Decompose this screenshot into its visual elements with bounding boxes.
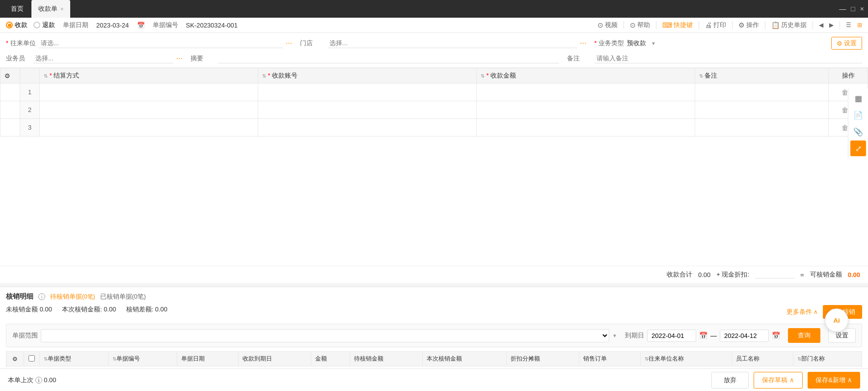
cell-amount-3[interactable] <box>476 119 695 137</box>
counterpart-input[interactable] <box>39 38 283 48</box>
business-type-chevron[interactable]: ▼ <box>651 41 656 46</box>
more-conditions-btn[interactable]: 更多条件 ∧ <box>787 307 818 316</box>
grid-view-btn[interactable]: ⊞ <box>857 22 862 28</box>
salesperson-field: 业务员 ··· <box>6 54 183 63</box>
sidebar-table-icon[interactable]: ▦ <box>850 90 866 106</box>
nav-tab-home[interactable]: 首页 <box>4 0 30 18</box>
range-chevron[interactable]: ▼ <box>612 333 617 338</box>
receipt-table: ⚙ ⇅ 结算方式 ⇅ 收款账号 ⇅ 收款金额 <box>0 68 868 137</box>
range-filter: 单据范围 ▼ <box>12 329 617 342</box>
verification-info-icon[interactable]: i <box>38 293 45 300</box>
toolbar-actions: ⊙ 视频 ⊙ 帮助 ⌨ 快捷键 🖨 打印 <box>597 21 862 29</box>
range-select[interactable] <box>41 329 609 342</box>
cal-from-icon[interactable]: 📅 <box>699 332 707 339</box>
cell-amount-1[interactable] <box>476 84 695 101</box>
store-more-icon[interactable]: ··· <box>580 39 586 48</box>
prev-btn[interactable]: ◀ <box>819 22 823 28</box>
salesperson-more-icon[interactable]: ··· <box>176 54 183 63</box>
col-amount: ⇅ 收款金额 <box>476 68 695 84</box>
store-input[interactable] <box>327 38 577 48</box>
available-value: 0.00 <box>848 271 860 279</box>
date-label: 单据日期 <box>63 21 88 29</box>
save-new-chevron-icon: ∧ <box>847 376 852 384</box>
sort-icon[interactable]: ⇅ <box>262 73 266 79</box>
remark-input[interactable] <box>595 54 862 63</box>
sort-icon[interactable]: ⇅ <box>797 356 801 362</box>
calendar-icon[interactable]: 📅 <box>137 22 145 29</box>
cell-amount-2[interactable] <box>476 101 695 119</box>
verification-stats: 未核销金额 0.00 本次核销金额: 0.00 核销差额: 0.00 <box>6 305 167 314</box>
business-type-value: 预收款 <box>627 39 646 48</box>
cell-account-1[interactable] <box>258 84 476 101</box>
bottom-info-icon[interactable]: ℹ <box>35 377 42 384</box>
sort-icon[interactable]: ⇅ <box>699 73 703 79</box>
close-tab-icon[interactable]: × <box>60 6 63 12</box>
shortcut-btn[interactable]: ⌨ 快捷键 <box>662 21 693 29</box>
col-settings-icon[interactable]: ⚙ <box>0 68 20 84</box>
date-value[interactable]: 2023-03-24 <box>96 22 129 29</box>
date-from-input[interactable] <box>647 330 696 342</box>
save-draft-button[interactable]: 保存草稿 ∧ <box>754 372 803 389</box>
divider <box>813 21 813 29</box>
sidebar-doc-icon[interactable]: 📄 <box>850 107 866 123</box>
discount-input[interactable] <box>755 271 794 279</box>
cell-remark-3[interactable] <box>695 119 828 137</box>
list-view-btn[interactable]: ☰ <box>846 22 851 28</box>
col-pending: 待核销金额 <box>350 352 422 366</box>
done-tab[interactable]: 已核销单据(0笔) <box>100 292 146 301</box>
sort-icon[interactable]: ⇅ <box>44 356 48 362</box>
table-header-row: ⚙ ⇅ 结算方式 ⇅ 收款账号 ⇅ 收款金额 <box>0 68 868 84</box>
divider <box>656 21 656 29</box>
abandon-button[interactable]: 放弃 <box>711 372 749 389</box>
nav-tab-receipt[interactable]: 收款单 × <box>31 0 70 18</box>
counterpart-more-icon[interactable]: ··· <box>286 39 292 48</box>
cell-settlement-3[interactable] <box>40 119 258 137</box>
cell-remark-2[interactable] <box>695 101 828 119</box>
summary-input[interactable] <box>218 54 559 63</box>
print-btn[interactable]: 🖨 打印 <box>705 21 726 29</box>
query-button[interactable]: 查询 <box>788 328 820 343</box>
minimize-icon[interactable]: — <box>839 5 846 13</box>
delete-row-2-icon[interactable]: 🗑 <box>841 106 848 114</box>
salesperson-input[interactable] <box>33 54 173 63</box>
delete-row-1-icon[interactable]: 🗑 <box>841 88 848 96</box>
receipt-radio[interactable]: 收款 <box>6 21 27 29</box>
sort-icon[interactable]: ⇅ <box>481 73 485 79</box>
maximize-icon[interactable]: □ <box>851 5 855 13</box>
sort-icon[interactable]: ⇅ <box>645 356 649 362</box>
row-num-1: 1 <box>20 84 40 101</box>
ai-badge[interactable]: Ai <box>825 308 848 332</box>
counterpart-field: 往来单位 ··· <box>6 38 292 48</box>
cell-account-2[interactable] <box>258 101 476 119</box>
cell-settlement-2[interactable] <box>40 101 258 119</box>
col-checkbox[interactable] <box>24 352 40 366</box>
sidebar-expand-icon[interactable]: ⤢ <box>850 140 866 156</box>
settings-button[interactable]: ⚙ 设置 <box>831 37 862 50</box>
close-window-icon[interactable]: × <box>860 5 864 13</box>
video-btn[interactable]: ⊙ 视频 <box>597 21 618 29</box>
operation-btn[interactable]: ⚙ 操作 <box>738 21 759 29</box>
col-settings-v[interactable]: ⚙ <box>6 352 24 366</box>
cell-remark-1[interactable] <box>695 84 828 101</box>
next-btn[interactable]: ▶ <box>829 22 834 28</box>
sort-icon[interactable]: ⇅ <box>112 356 116 362</box>
save-new-button[interactable]: 保存&新增 ∧ <box>808 372 860 389</box>
sidebar-clip-icon[interactable]: 📎 <box>850 124 866 140</box>
summary-row: 收款合计 0.00 + 现金折扣: = 可核销金额 0.00 <box>0 266 868 283</box>
history-btn[interactable]: 📋 历史单据 <box>771 21 807 29</box>
help-btn[interactable]: ⊙ 帮助 <box>630 21 650 29</box>
cell-account-3[interactable] <box>258 119 476 137</box>
verification-title-row: 核销明细 i 待核销单据(0笔) 已核销单据(0笔) <box>6 292 862 301</box>
date-to-input[interactable] <box>720 330 769 342</box>
col-date: 单据日期 <box>177 352 239 366</box>
select-all-checkbox[interactable] <box>28 355 35 362</box>
top-nav: 首页 收款单 × — □ × <box>0 0 868 18</box>
cell-settlement-1[interactable] <box>40 84 258 101</box>
remark-field: 备注 <box>567 54 862 63</box>
refund-radio[interactable]: 退款 <box>33 21 55 29</box>
delete-row-3-icon[interactable]: 🗑 <box>841 124 848 132</box>
pending-tab[interactable]: 待核销单据(0笔) <box>50 292 95 301</box>
sort-icon[interactable]: ⇅ <box>44 73 48 79</box>
cal-to-icon[interactable]: 📅 <box>772 332 780 339</box>
row-empty <box>0 84 20 101</box>
